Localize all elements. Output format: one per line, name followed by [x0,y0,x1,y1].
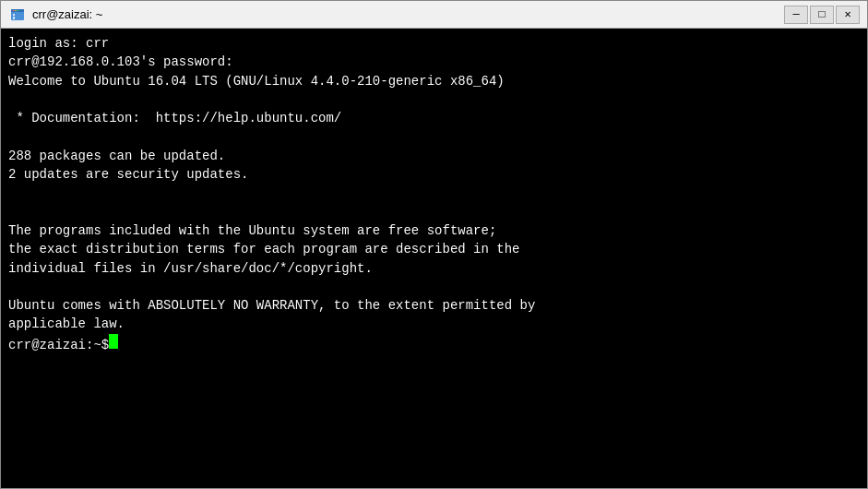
window-title: crr@zaizai: ~ [32,7,784,21]
svg-point-3 [15,9,17,11]
svg-point-2 [13,9,15,11]
svg-rect-6 [13,17,15,19]
terminal-prompt: crr@zaizai:~$ [8,337,109,355]
title-bar: crr@zaizai: ~ ─ □ ✕ [1,1,867,29]
terminal-prompt-line: crr@zaizai:~$ [8,334,860,355]
terminal-output: login as: crr crr@192.168.0.103's passwo… [8,34,860,334]
close-button[interactable]: ✕ [836,6,860,24]
window-controls: ─ □ ✕ [784,6,860,24]
terminal-window: crr@zaizai: ~ ─ □ ✕ login as: crr crr@19… [0,0,868,489]
terminal-cursor [109,334,118,349]
maximize-button[interactable]: □ [810,6,834,24]
svg-rect-5 [13,14,15,16]
window-icon [8,6,27,24]
minimize-button[interactable]: ─ [784,6,808,24]
svg-point-4 [18,9,19,11]
terminal-body[interactable]: login as: crr crr@192.168.0.103's passwo… [1,29,867,488]
